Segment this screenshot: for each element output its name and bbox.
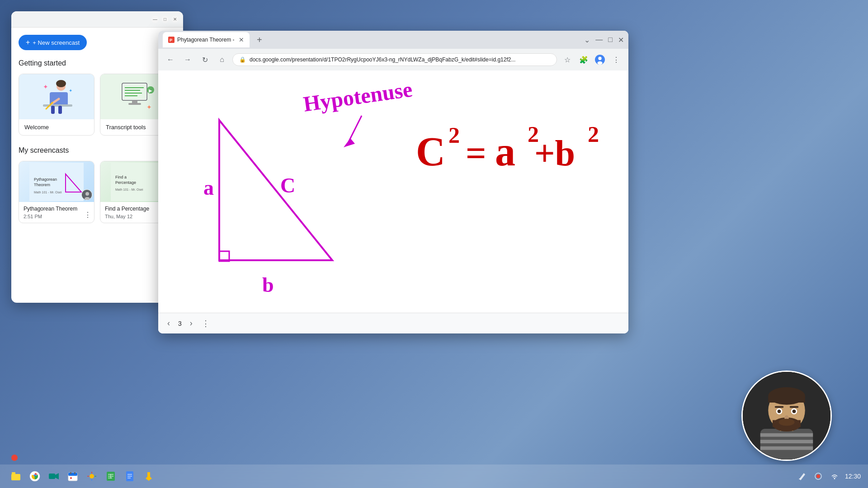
browser-maximize-button[interactable]: □ xyxy=(608,36,613,44)
clock: 12:30 xyxy=(845,473,861,480)
presenter-avatar xyxy=(81,189,92,200)
svg-point-95 xyxy=(834,478,835,479)
svg-text:a: a xyxy=(203,176,214,199)
svg-point-36 xyxy=(598,57,601,60)
screencast-app-window: — □ ✕ + + New screencast Getting started xyxy=(11,11,183,303)
browser-content: Hypotenuse a C xyxy=(158,70,628,333)
taskbar-right: 12:30 xyxy=(795,469,861,483)
maximize-button[interactable]: □ xyxy=(161,16,169,23)
taskbar-files-icon[interactable] xyxy=(7,468,24,485)
taskbar-record-icon[interactable] xyxy=(811,469,825,483)
taskbar-meet-icon[interactable] xyxy=(45,468,62,485)
taskbar-wifi-icon[interactable] xyxy=(828,469,841,483)
find-thumb-svg: Find a Percentage Math 101 - Mr. Osei xyxy=(111,163,165,201)
svg-rect-55 xyxy=(760,440,813,443)
taskbar-photos-icon[interactable] xyxy=(83,468,100,485)
plus-icon: + xyxy=(26,38,30,47)
svg-rect-80 xyxy=(70,472,71,474)
my-screencasts-section: My screencasts Pythagorean Theorem Math … xyxy=(19,146,176,223)
new-screencast-label: + New screencast xyxy=(33,39,80,46)
pythagorean-info: Pythagorean Theorem 2:51 PM ⋮ xyxy=(19,202,94,223)
back-button[interactable]: ← xyxy=(164,53,177,66)
browser-close-button[interactable]: ✕ xyxy=(618,36,624,44)
taskbar-icons xyxy=(7,468,157,485)
slide-nav: ‹ 3 › ⋮ xyxy=(158,313,628,333)
browser-tab[interactable]: P Phytagorean Theorem - Google ✕ xyxy=(163,32,250,47)
bookmark-button[interactable]: ☆ xyxy=(561,53,574,66)
profile-button[interactable] xyxy=(593,53,607,66)
svg-rect-81 xyxy=(74,472,75,474)
taskbar-stylus-icon[interactable] xyxy=(795,469,809,483)
transcript-illustration: ▶ ✦ xyxy=(118,79,158,115)
svg-text:Theorem: Theorem xyxy=(34,183,50,187)
svg-rect-72 xyxy=(11,474,20,480)
desktop: — □ ✕ + + New screencast Getting started xyxy=(0,0,868,488)
taskbar-chrome-icon[interactable] xyxy=(26,468,43,485)
welcome-illustration: ✦ ✦ xyxy=(36,76,77,117)
browser-actions: ☆ 🧩 ⋮ xyxy=(561,53,623,66)
record-indicator xyxy=(11,455,18,461)
svg-text:Percentage: Percentage xyxy=(115,180,136,185)
svg-point-27 xyxy=(85,192,89,196)
browser-minimize-button[interactable]: — xyxy=(595,36,603,44)
slide-next-button[interactable]: › xyxy=(188,317,194,330)
address-text: docs.google.com/presentation/d/1TPO2rRyg… xyxy=(250,56,550,63)
svg-rect-17 xyxy=(128,103,141,105)
extension-button[interactable]: 🧩 xyxy=(577,53,590,66)
home-button[interactable]: ⌂ xyxy=(215,53,229,66)
webcam-svg xyxy=(743,371,830,461)
svg-rect-5 xyxy=(51,106,55,114)
slide-area: Hypotenuse a C xyxy=(158,70,628,313)
more-button[interactable]: ⋮ xyxy=(609,53,623,66)
minimize-chevron-icon: ⌄ xyxy=(584,36,590,44)
app-titlebar: — □ ✕ xyxy=(11,11,183,28)
taskbar-keep-icon[interactable] xyxy=(140,468,157,485)
svg-text:b: b xyxy=(262,273,274,292)
close-button[interactable]: ✕ xyxy=(171,16,179,23)
minimize-button[interactable]: — xyxy=(151,16,159,23)
taskbar-docs-icon[interactable] xyxy=(121,468,138,485)
taskbar-calendar-icon[interactable] xyxy=(64,468,81,485)
new-screencast-button[interactable]: + + New screencast xyxy=(19,35,87,50)
browser-window: P Phytagorean Theorem - Google ✕ + ⌄ — □… xyxy=(158,31,628,333)
welcome-card[interactable]: ✦ ✦ Welcome xyxy=(19,74,94,136)
screencasts-list: Pythagorean Theorem Math 101 - Mr. Osei xyxy=(19,161,176,223)
svg-rect-54 xyxy=(760,433,813,437)
app-content: + + New screencast Getting started xyxy=(11,28,183,303)
browser-titlebar: P Phytagorean Theorem - Google ✕ + ⌄ — □… xyxy=(158,31,628,49)
svg-text:Math 101 - Mr. Osei: Math 101 - Mr. Osei xyxy=(34,191,62,194)
svg-text:✦: ✦ xyxy=(69,88,72,93)
getting-started-title: Getting started xyxy=(19,59,176,67)
tab-favicon: P xyxy=(168,37,175,43)
taskbar-sheets-icon[interactable] xyxy=(102,468,119,485)
svg-text:C: C xyxy=(416,129,445,174)
slide-prev-button[interactable]: ‹ xyxy=(165,317,172,330)
tab-title: Phytagorean Theorem - Google xyxy=(177,37,236,43)
svg-text:✦: ✦ xyxy=(146,103,152,111)
refresh-button[interactable]: ↻ xyxy=(198,53,212,66)
svg-text:✦: ✦ xyxy=(43,83,48,90)
svg-text:+b: +b xyxy=(534,133,575,173)
svg-point-2 xyxy=(56,80,66,87)
svg-rect-21 xyxy=(29,163,84,201)
slide-more-button[interactable]: ⋮ xyxy=(200,317,212,330)
triangle-svg: a C b xyxy=(183,98,364,292)
address-bar[interactable]: 🔒 docs.google.com/presentation/d/1TPO2rR… xyxy=(232,53,557,66)
svg-text:C: C xyxy=(280,174,295,197)
browser-window-controls: ⌄ — □ ✕ xyxy=(584,36,624,44)
slide-content: Hypotenuse a C xyxy=(158,70,628,313)
new-tab-button[interactable]: + xyxy=(253,35,266,45)
welcome-card-image: ✦ ✦ xyxy=(19,74,94,119)
svg-point-66 xyxy=(793,409,796,413)
svg-marker-76 xyxy=(55,473,59,479)
svg-rect-16 xyxy=(132,100,137,103)
svg-point-70 xyxy=(779,419,795,426)
getting-started-cards: ✦ ✦ Welcome xyxy=(19,74,176,136)
pythagorean-card[interactable]: Pythagorean Theorem Math 101 - Mr. Osei xyxy=(19,161,94,223)
tab-close-button[interactable]: ✕ xyxy=(239,36,244,43)
svg-point-37 xyxy=(598,61,603,65)
forward-button[interactable]: → xyxy=(181,53,194,66)
svg-rect-86 xyxy=(108,478,112,479)
svg-rect-68 xyxy=(790,406,798,408)
pythagorean-menu-button[interactable]: ⋮ xyxy=(84,211,91,219)
